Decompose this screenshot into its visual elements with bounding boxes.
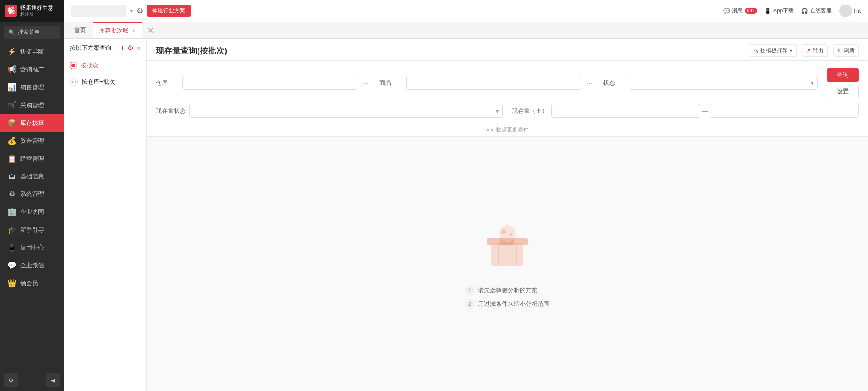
topbar-gear-icon[interactable]: ⚙ bbox=[137, 6, 143, 15]
sidebar-item-newbie[interactable]: 🎓 新手引导 bbox=[0, 221, 64, 239]
collapse-panel-icon[interactable]: « bbox=[137, 44, 141, 52]
search-icon: 🔍 bbox=[8, 29, 15, 36]
empty-step-1: 1 请先选择要分析的方案 bbox=[465, 286, 549, 295]
sidebar-item-basic[interactable]: 🗂 基础信息 bbox=[0, 168, 64, 185]
sidebar-item-purchase[interactable]: 🛒 采购管理 bbox=[0, 96, 64, 114]
status-field: 状态 bbox=[603, 76, 818, 90]
collapse-up-icon: ∧∧ bbox=[486, 127, 494, 133]
content-area: 按以下方案查询 + ⚙ « 按批次 ⚙ 按仓库+批次 现存量查询(按批次) bbox=[64, 39, 868, 391]
export-button[interactable]: ↗ 导出 bbox=[802, 44, 828, 57]
filter-option-batch[interactable]: 按批次 bbox=[64, 57, 146, 74]
newbie-icon: 🎓 bbox=[7, 225, 16, 234]
avatar bbox=[839, 5, 852, 17]
finance-icon: 💰 bbox=[7, 136, 16, 145]
inventory-qty-min[interactable] bbox=[551, 104, 700, 118]
gear-icon: ⚙ bbox=[8, 377, 14, 384]
marketing-icon: 📢 bbox=[7, 65, 16, 74]
filter-action-buttons: 查询 设置 bbox=[827, 67, 859, 98]
purchase-icon: 🛒 bbox=[7, 101, 16, 109]
filter-row-1: 仓库 ··· 商品 ··· 状态 bbox=[156, 67, 859, 98]
inventory-status-field: 现存量状态 bbox=[156, 104, 503, 118]
inventory-status-select-wrap bbox=[189, 104, 503, 118]
refresh-button[interactable]: ↻ 刷新 bbox=[833, 44, 859, 57]
main-area: ▾ ⚙ 体验行业方案 💬 消息 99+ 📱 App下载 🎧 在线客服 Rit bbox=[64, 0, 868, 391]
svg-point-5 bbox=[510, 233, 512, 236]
chevron-down-icon[interactable]: ▾ bbox=[130, 8, 133, 14]
wechat-icon: 💬 bbox=[7, 261, 16, 270]
query-header-actions: 🖨 按模板打印 ▾ ↗ 导出 ↻ 刷新 bbox=[749, 44, 859, 57]
warehouse-input[interactable] bbox=[182, 76, 357, 90]
tab-inventory-batch[interactable]: 库存批次账 × bbox=[93, 22, 142, 38]
filter-panel-header: 按以下方案查询 + ⚙ « bbox=[64, 39, 146, 57]
inventory-qty-range: — bbox=[551, 104, 859, 118]
user-profile-button[interactable]: Rit bbox=[839, 5, 861, 17]
topbar: ▾ ⚙ 体验行业方案 💬 消息 99+ 📱 App下载 🎧 在线客服 Rit bbox=[64, 0, 868, 22]
print-dropdown-icon[interactable]: ▾ bbox=[790, 48, 792, 54]
sidebar-search[interactable]: 🔍 搜索菜单 bbox=[4, 26, 60, 39]
scheme-settings-icon[interactable]: ⚙ bbox=[127, 43, 134, 52]
query-header: 现存量查询(按批次) 🖨 按模板打印 ▾ ↗ 导出 ↻ 刷新 bbox=[147, 39, 868, 61]
radio-active-icon bbox=[70, 62, 77, 69]
appstore-icon: 📱 bbox=[7, 243, 16, 252]
inventory-status-select[interactable] bbox=[189, 104, 503, 118]
svg-point-3 bbox=[499, 225, 516, 242]
topbar-search-box[interactable] bbox=[71, 5, 126, 17]
settings-button[interactable]: ⚙ bbox=[4, 373, 18, 387]
status-select-wrap bbox=[630, 76, 818, 90]
sidebar-nav: ⚡ 快捷导航 📢 营销推广 📊 销售管理 🛒 采购管理 📦 库存核算 💰 资金管… bbox=[0, 43, 64, 369]
warehouse-field: 仓库 ··· bbox=[156, 76, 370, 90]
product-field: 商品 ··· bbox=[379, 76, 594, 90]
add-scheme-button[interactable]: + bbox=[121, 44, 125, 52]
empty-step-2: 2 用过滤条件来缩小分析范围 bbox=[465, 299, 549, 309]
sidebar-item-appstore[interactable]: 📱 应用中心 bbox=[0, 239, 64, 256]
app-download-button[interactable]: 📱 App下载 bbox=[764, 7, 794, 15]
online-service-button[interactable]: 🎧 在线客服 bbox=[801, 7, 832, 15]
result-area: 1 请先选择要分析的方案 2 用过滤条件来缩小分析范围 bbox=[147, 137, 868, 391]
status-select[interactable] bbox=[630, 76, 818, 90]
sidebar-item-operation[interactable]: 📋 经营管理 bbox=[0, 150, 64, 168]
sidebar-item-marketing[interactable]: 📢 营销推广 bbox=[0, 60, 64, 78]
filter-panel-actions: + ⚙ « bbox=[121, 43, 141, 52]
page-title: 现存量查询(按批次) bbox=[156, 45, 227, 56]
collapse-more-conditions[interactable]: ∧∧ 收起更多条件 bbox=[156, 123, 859, 136]
export-icon: ↗ bbox=[806, 48, 811, 54]
svg-rect-0 bbox=[491, 243, 523, 266]
sidebar-item-sales[interactable]: 📊 销售管理 bbox=[0, 78, 64, 96]
inventory-qty-field: 现存量（主） — bbox=[512, 104, 859, 118]
filter-panel: 按以下方案查询 + ⚙ « 按批次 ⚙ 按仓库+批次 bbox=[64, 39, 147, 391]
inventory-qty-max[interactable] bbox=[710, 104, 859, 118]
warehouse-dots[interactable]: ··· bbox=[361, 79, 370, 87]
sidebar-item-inventory[interactable]: 📦 库存核算 bbox=[0, 114, 64, 132]
tab-home[interactable]: 首页 bbox=[68, 22, 93, 38]
topbar-left: ▾ ⚙ 体验行业方案 bbox=[71, 5, 720, 17]
industry-solution-button[interactable]: 体验行业方案 bbox=[147, 5, 191, 17]
filter-row-2: 现存量状态 现存量（主） — bbox=[156, 104, 859, 118]
refresh-icon: ↻ bbox=[837, 48, 842, 54]
sidebar-item-finance[interactable]: 💰 资金管理 bbox=[0, 132, 64, 150]
sidebar-item-enterprise[interactable]: 🏢 企业协同 bbox=[0, 203, 64, 221]
message-icon: 💬 bbox=[723, 8, 730, 14]
empty-steps: 1 请先选择要分析的方案 2 用过滤条件来缩小分析范围 bbox=[465, 286, 549, 309]
close-panel-icon[interactable]: ✕ bbox=[148, 26, 154, 35]
messages-button[interactable]: 💬 消息 99+ bbox=[723, 7, 757, 15]
product-input[interactable] bbox=[406, 76, 581, 90]
sidebar-item-wechat[interactable]: 💬 企业微信 bbox=[0, 256, 64, 274]
enterprise-icon: 🏢 bbox=[7, 207, 16, 216]
sidebar-item-vip[interactable]: 👑 畅会员 bbox=[0, 274, 64, 292]
collapse-sidebar-button[interactable]: ◀ bbox=[46, 373, 60, 387]
phone-icon: 📱 bbox=[764, 8, 771, 14]
settings-button[interactable]: 设置 bbox=[827, 85, 859, 98]
operation-icon: 📋 bbox=[7, 154, 16, 163]
print-button[interactable]: 🖨 按模板打印 ▾ bbox=[749, 44, 797, 57]
sidebar-item-system[interactable]: ⚙ 系统管理 bbox=[0, 185, 64, 203]
sidebar: 畅 畅康通好生意 标准版 🔍 搜索菜单 ⚡ 快捷导航 📢 营销推广 📊 销售管理… bbox=[0, 0, 64, 391]
query-button[interactable]: 查询 bbox=[827, 68, 859, 82]
sidebar-item-shortcut[interactable]: ⚡ 快捷导航 bbox=[0, 43, 64, 60]
sidebar-brand: 畅康通好生意 标准版 bbox=[20, 5, 53, 18]
headset-icon: 🎧 bbox=[801, 8, 808, 14]
tab-close-icon[interactable]: × bbox=[132, 27, 136, 34]
filter-option-warehouse-batch[interactable]: ⚙ 按仓库+批次 bbox=[64, 74, 146, 90]
product-dots[interactable]: ··· bbox=[585, 79, 594, 87]
query-area: 现存量查询(按批次) 🖨 按模板打印 ▾ ↗ 导出 ↻ 刷新 bbox=[147, 39, 868, 391]
tabs-bar: 首页 库存批次账 × ✕ bbox=[64, 22, 868, 39]
